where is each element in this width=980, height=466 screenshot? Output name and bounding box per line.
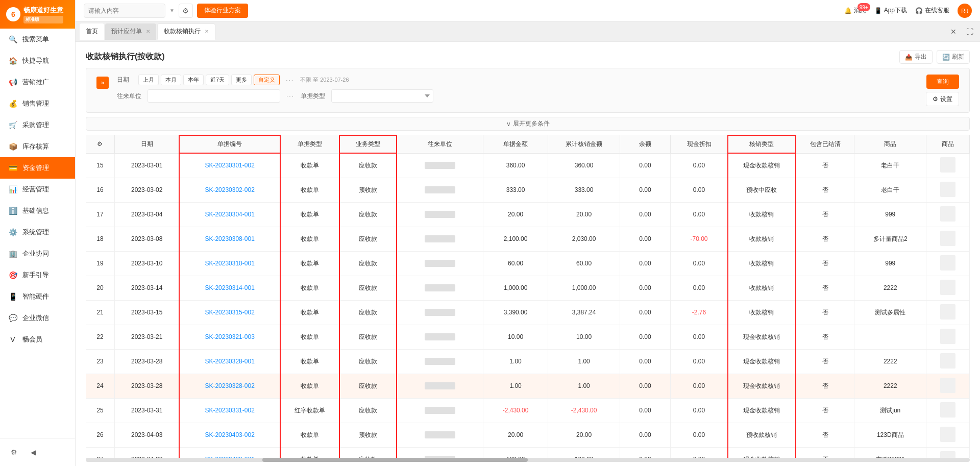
date-btn-custom[interactable]: 自定义: [254, 75, 280, 85]
th-biz-type[interactable]: 业务类型: [339, 135, 397, 153]
th-settings[interactable]: ⚙: [86, 135, 114, 153]
sidebar-item-search[interactable]: 🔍搜索菜单: [0, 29, 75, 50]
scrollbar-area[interactable]: [76, 458, 980, 466]
topbar: ▼ ⚙ 体验行业方案 🔔 消息 99+ 📱 App下载 🎧 在线客服 Rit: [76, 0, 980, 21]
app-download-label: App下载: [884, 6, 907, 15]
tab-prepayment-close[interactable]: ✕: [146, 29, 150, 34]
doc-no-link[interactable]: SK-20230302-002: [205, 186, 254, 193]
tab-collection-close[interactable]: ✕: [205, 29, 209, 34]
cell-verify-type: 收款核销: [728, 276, 796, 300]
date-btn-lastmonth[interactable]: 上月: [138, 75, 159, 85]
doc-no-link[interactable]: SK-20230403-002: [205, 431, 254, 438]
sidebar-item-sales[interactable]: 💰销售管理: [0, 93, 75, 114]
th-amount[interactable]: 单据金额: [483, 135, 548, 153]
table-row[interactable]: 27 2023-04-08 SK-20230408-001 收款单 应收款 10…: [86, 447, 970, 458]
sidebar-item-wechat[interactable]: 💬企业微信: [0, 307, 75, 329]
doc-no-link[interactable]: SK-20230310-001: [205, 260, 254, 267]
industry-btn[interactable]: 体验行业方案: [197, 4, 248, 18]
doc-no-link[interactable]: SK-20230314-001: [205, 284, 254, 291]
filter-expand-button[interactable]: »: [96, 77, 109, 89]
sidebar-item-quicknav[interactable]: 🏠快捷导航: [0, 50, 75, 71]
th-doc-no[interactable]: 单据编号: [179, 135, 280, 153]
filter-bar: » 日期 上月 本月 本年 近7天 更多 自定义 ··· 不限 至 2023-0…: [86, 68, 970, 113]
table-container[interactable]: ⚙ 日期 单据编号 单据类型 业务类型 往来单位 单据金额 累计核销金额 余额 …: [76, 135, 980, 458]
table-row[interactable]: 26 2023-04-03 SK-20230403-002 收款单 预收款 20…: [86, 423, 970, 447]
filter-settings-button[interactable]: ⚙ 设置: [926, 92, 959, 106]
customer-input[interactable]: [148, 89, 280, 103]
tab-collection[interactable]: 收款核销执行 ✕: [157, 23, 215, 40]
table-row[interactable]: 24 2023-03-28 SK-20230328-002 收款单 应收款 1.…: [86, 374, 970, 398]
table-row[interactable]: 18 2023-03-08 SK-20230308-001 收款单 应收款 2,…: [86, 227, 970, 251]
user-avatar[interactable]: Rit: [958, 4, 972, 18]
sidebar-item-hardware[interactable]: 📱智能硬件: [0, 286, 75, 307]
sidebar-item-finance[interactable]: 💳资金管理: [0, 157, 75, 179]
th-goods-img[interactable]: 商品: [926, 135, 970, 153]
breadcrumb-input[interactable]: [84, 4, 165, 18]
doc-no-link[interactable]: SK-20230328-002: [205, 382, 254, 389]
online-service-item[interactable]: 🎧 在线客服: [915, 6, 949, 15]
th-customer[interactable]: 往来单位: [397, 135, 483, 153]
doc-no-link[interactable]: SK-20230304-001: [205, 211, 254, 218]
sidebar-item-purchase[interactable]: 🛒采购管理: [0, 114, 75, 136]
refresh-button[interactable]: 🔄 刷新: [937, 50, 970, 64]
scrollbar-thumb[interactable]: [262, 458, 528, 462]
table-row[interactable]: 25 2023-03-31 SK-20230331-002 红字收款单 应收款 …: [86, 398, 970, 423]
doc-no-link[interactable]: SK-20230315-002: [205, 309, 254, 316]
sidebar-item-system[interactable]: ⚙️系统管理: [0, 222, 75, 243]
cell-doc-no: SK-20230314-001: [179, 276, 280, 300]
date-btn-7days[interactable]: 近7天: [206, 75, 229, 85]
th-date[interactable]: 日期: [114, 135, 179, 153]
sidebar-item-inventory[interactable]: 📦库存核算: [0, 136, 75, 157]
sidebar-item-corp[interactable]: 🏢企业协同: [0, 243, 75, 264]
doc-no-link[interactable]: SK-20230321-003: [205, 333, 254, 340]
sidebar-item-newbie[interactable]: 🎯新手引导: [0, 264, 75, 286]
table-row[interactable]: 21 2023-03-15 SK-20230315-002 收款单 应收款 3,…: [86, 300, 970, 325]
table-row[interactable]: 17 2023-03-04 SK-20230304-001 收款单 应收款 20…: [86, 202, 970, 227]
query-button[interactable]: 查询: [926, 75, 959, 89]
doc-type-select[interactable]: [331, 89, 433, 103]
sidebar-item-marketing[interactable]: 📢营销推广: [0, 71, 75, 93]
table-row[interactable]: 16 2023-03-02 SK-20230302-002 收款单 预收款 33…: [86, 178, 970, 202]
settings-gear-icon[interactable]: ⚙: [6, 445, 21, 460]
doc-no-link[interactable]: SK-20230331-002: [205, 407, 254, 414]
table-row[interactable]: 19 2023-03-10 SK-20230310-001 收款单 应收款 60…: [86, 251, 970, 276]
horizontal-scrollbar[interactable]: [86, 458, 970, 462]
export-button[interactable]: 📤 导出: [899, 50, 933, 64]
date-btn-more[interactable]: 更多: [231, 75, 252, 85]
doc-no-link[interactable]: SK-20230328-001: [205, 358, 254, 365]
tab-prepayment[interactable]: 预计应付单 ✕: [105, 23, 156, 40]
collapse-icon[interactable]: ◀: [26, 445, 41, 460]
tab-expand-icon[interactable]: ⛶: [964, 26, 976, 38]
tab-home[interactable]: 首页: [80, 23, 104, 40]
cell-doc-no: SK-20230308-001: [179, 227, 280, 251]
notifications-item[interactable]: 🔔 消息 99+: [844, 6, 866, 15]
sidebar-item-member[interactable]: V畅会员: [0, 329, 75, 350]
table-row[interactable]: 15 2023-03-01 SK-20230301-002 收款单 应收款 36…: [86, 153, 970, 178]
th-include-settled[interactable]: 包含已结清: [796, 135, 854, 153]
th-goods[interactable]: 商品: [854, 135, 926, 153]
th-discount[interactable]: 现金折扣: [670, 135, 728, 153]
doc-no-link[interactable]: SK-20230301-002: [205, 162, 254, 169]
app-download-item[interactable]: 📱 App下载: [874, 6, 907, 15]
tab-close-all-icon[interactable]: ✕: [947, 26, 960, 38]
topbar-gear-button[interactable]: ⚙: [179, 4, 193, 18]
cell-biz-type: 应收款: [339, 447, 397, 458]
th-balance[interactable]: 余额: [620, 135, 671, 153]
th-verify-type[interactable]: 核销类型: [728, 135, 796, 153]
table-row[interactable]: 20 2023-03-14 SK-20230314-001 收款单 应收款 1,…: [86, 276, 970, 300]
tab-home-label: 首页: [86, 27, 98, 36]
th-doc-type[interactable]: 单据类型: [280, 135, 339, 153]
cell-discount: 0.00: [670, 447, 728, 458]
table-row[interactable]: 23 2023-03-28 SK-20230328-001 收款单 应收款 1.…: [86, 349, 970, 374]
sidebar-item-operations[interactable]: 📊经营管理: [0, 179, 75, 200]
expand-more-btn[interactable]: ∨ 展开更多条件: [86, 117, 970, 131]
cell-discount: 0.00: [670, 153, 728, 178]
th-verified[interactable]: 累计核销金额: [548, 135, 620, 153]
date-btn-thisyear[interactable]: 本年: [183, 75, 204, 85]
sidebar-item-basic[interactable]: ℹ️基础信息: [0, 200, 75, 222]
cell-date: 2023-04-03: [114, 423, 179, 447]
doc-no-link[interactable]: SK-20230308-001: [205, 235, 254, 242]
cell-goods-img: [926, 423, 970, 447]
table-row[interactable]: 22 2023-03-21 SK-20230321-003 收款单 应收款 10…: [86, 325, 970, 349]
date-btn-thismonth[interactable]: 本月: [161, 75, 181, 85]
